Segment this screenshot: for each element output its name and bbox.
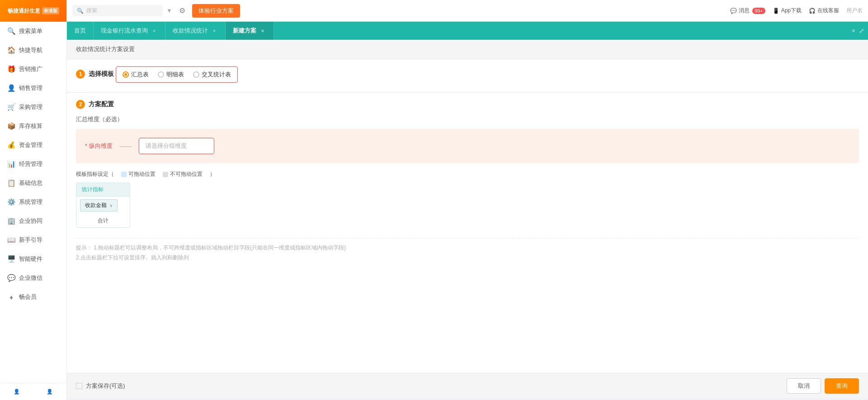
sidebar-item-label: 基础信息: [19, 179, 42, 187]
expand-button[interactable]: ⤢: [859, 27, 864, 34]
metrics-total-cell: 合计: [76, 214, 130, 227]
service-label: 在线客服: [817, 7, 839, 14]
tab-receipt-stats-close[interactable]: ×: [211, 27, 218, 34]
metrics-tag-cell: 收款金额 ∨: [76, 197, 130, 214]
step1-label: 1 选择模板: [76, 70, 114, 79]
save-scheme-checkbox[interactable]: [76, 383, 82, 389]
draggable-label: 可拖动位置: [128, 170, 156, 178]
dimension-placeholder: 请选择分组维度: [146, 142, 187, 149]
tip-line2: 2.点击标题栏下拉可设置排序、插入列和删除列: [76, 253, 859, 263]
tip-line1: 提示： 1.拖动标题栏可以调整布局，不可跨维度或指标区域拖动栏目字段(只能在同一…: [76, 243, 859, 253]
notification-item[interactable]: 💬 消息 99+: [730, 7, 765, 14]
sidebar-item-hardware[interactable]: 🖥️ 智能硬件: [0, 249, 66, 268]
sidebar-item-label: 智能硬件: [19, 255, 42, 263]
sidebar-item-search-menu[interactable]: 🔍 搜索菜单: [0, 22, 66, 41]
content-area: 收款情况统计方案设置 1 选择模板 汇总表 明细表: [67, 40, 868, 400]
page-container: 收款情况统计方案设置 1 选择模板 汇总表 明细表: [67, 40, 868, 373]
online-service-item[interactable]: 🎧 在线客服: [809, 7, 839, 14]
radio-summary[interactable]: 汇总表: [123, 71, 149, 79]
query-button[interactable]: 查询: [825, 378, 859, 394]
tab-bar: 首页 现金银行流水查询 × 收款情况统计 × 新建方案 × × ⤢: [67, 22, 868, 40]
step1-text: 选择模板: [89, 70, 114, 78]
metrics-tag-amount[interactable]: 收款金额 ∨: [80, 199, 118, 212]
sidebar-bottom: 👤 👤: [0, 383, 66, 400]
sidebar-item-label: 资金管理: [19, 141, 42, 149]
sidebar-item-guide[interactable]: 📖 新手引导: [0, 231, 66, 249]
sidebar-item-label: 快捷导航: [19, 46, 42, 54]
page-header-title: 收款情况统计方案设置: [76, 46, 135, 52]
settings-gear[interactable]: ⚙: [176, 5, 189, 17]
logo-text: 畅捷通好生意: [8, 7, 40, 15]
radio-cross-label: 交叉统计表: [202, 71, 231, 79]
metrics-table-header-label: 统计指标: [82, 186, 104, 193]
notification-label: 消息: [739, 7, 750, 14]
vertical-dim-label: * 纵向维度: [85, 142, 113, 150]
non-draggable-dot: [163, 172, 168, 177]
app-logo: 畅捷通好生意 标准版: [0, 0, 66, 22]
sidebar-item-operation[interactable]: 📊 经营管理: [0, 155, 66, 174]
sidebar-item-basic-info[interactable]: 📋 基础信息: [0, 174, 66, 193]
monitor-icon: 🖥️: [7, 255, 15, 263]
cancel-button[interactable]: 取消: [787, 378, 821, 394]
topbar-right: 💬 消息 99+ 📱 App下载 🎧 在线客服 用户名: [730, 7, 863, 14]
radio-cross[interactable]: 交叉统计表: [193, 71, 231, 79]
sidebar-user-avatar2[interactable]: 👤: [45, 387, 55, 396]
sidebar-item-marketing[interactable]: 🎁 营销推广: [0, 60, 66, 79]
radio-summary-circle: [123, 71, 129, 78]
book-icon: 📖: [7, 236, 15, 244]
page-header: 收款情况统计方案设置: [67, 40, 868, 59]
sidebar-item-finance[interactable]: 💰 资金管理: [0, 136, 66, 155]
metrics-tag-label: 收款金额: [85, 202, 107, 209]
app-download-item[interactable]: 📱 App下载: [773, 7, 802, 14]
tab-new-scheme-close[interactable]: ×: [259, 27, 266, 34]
dimension-select[interactable]: 请选择分组维度: [139, 138, 214, 154]
download-label: App下载: [781, 7, 802, 14]
dimension-arrow: ——: [120, 143, 132, 150]
sidebar-item-label: 畅会员: [19, 293, 37, 301]
tab-receipt-stats[interactable]: 收款情况统计 ×: [165, 22, 226, 40]
sidebar-user-avatar1[interactable]: 👤: [12, 387, 22, 396]
logo-sub: 标准版: [42, 7, 59, 14]
search-menu-icon: 🔍: [7, 27, 15, 35]
sidebar-item-enterprise[interactable]: 🏢 企业协同: [0, 212, 66, 231]
service-icon: 🎧: [809, 8, 816, 14]
tab-new-scheme-label: 新建方案: [233, 27, 256, 35]
building-icon: 🏢: [7, 217, 15, 225]
sidebar-item-system[interactable]: ⚙️ 系统管理: [0, 193, 66, 212]
topbar: 🔍 搜索 ▼ ⚙ 体验行业方案 💬 消息 99+ 📱 App下载 🎧 在线客服 …: [67, 0, 868, 22]
sidebar-item-weixin[interactable]: 💬 企业微信: [0, 268, 66, 287]
sidebar-item-quick-nav[interactable]: 🏠 快捷导航: [0, 41, 66, 60]
close-all-tabs-button[interactable]: ×: [852, 27, 855, 34]
sidebar-item-member[interactable]: ♦ 畅会员: [0, 287, 66, 306]
search-placeholder: 搜索: [86, 7, 97, 14]
tab-actions: × ⤢: [848, 22, 868, 40]
tab-bank-flow[interactable]: 现金银行流水查询 ×: [94, 22, 165, 40]
sidebar-item-inventory[interactable]: 📦 库存核算: [0, 117, 66, 136]
tab-home[interactable]: 首页: [67, 22, 94, 40]
sidebar-item-label: 系统管理: [19, 198, 42, 206]
sidebar-item-sales[interactable]: 👤 销售管理: [0, 79, 66, 98]
diamond-icon: ♦: [7, 293, 15, 301]
radio-cross-circle: [193, 71, 199, 78]
radio-detail[interactable]: 明细表: [158, 71, 184, 79]
cart-icon: 🛒: [7, 103, 15, 111]
non-draggable-indicator: 不可拖动位置: [163, 170, 203, 178]
sidebar-item-purchase[interactable]: 🛒 采购管理: [0, 98, 66, 117]
chevron-down-icon[interactable]: ▼: [166, 7, 172, 14]
step1-number: 1: [76, 70, 85, 79]
user-account[interactable]: 用户名: [846, 7, 863, 14]
tab-bank-flow-close[interactable]: ×: [151, 27, 158, 34]
draggable-dot: [121, 172, 127, 177]
metrics-label-close: ）: [210, 170, 215, 178]
home-icon: 🏠: [7, 46, 15, 54]
chat-icon: 💬: [7, 274, 15, 282]
topbar-search[interactable]: 🔍 搜索: [72, 5, 163, 16]
tips-section: 提示： 1.拖动标题栏可以调整布局，不可跨维度或指标区域拖动栏目字段(只能在同一…: [76, 238, 859, 267]
download-icon: 📱: [773, 8, 779, 14]
tab-new-scheme[interactable]: 新建方案 ×: [226, 22, 274, 40]
sidebar-item-label: 搜索菜单: [19, 27, 42, 35]
trial-industry-button[interactable]: 体验行业方案: [192, 4, 240, 18]
metrics-label: 模板指标设定（: [76, 170, 114, 178]
step2-number: 2: [76, 100, 85, 109]
tag-dropdown-arrow: ∨: [109, 203, 113, 208]
